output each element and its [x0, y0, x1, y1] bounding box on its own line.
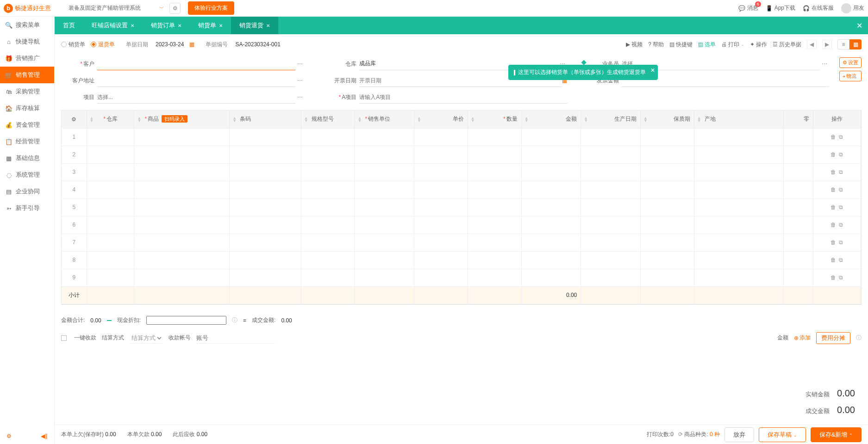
- question-icon[interactable]: ⓘ: [232, 316, 237, 324]
- tab-sales-order[interactable]: 销货订单✕: [143, 17, 190, 34]
- col-warehouse[interactable]: ▲▼*仓库: [87, 111, 134, 128]
- col-prod-date[interactable]: ▲▼生产日期: [581, 111, 641, 128]
- prev-doc-button[interactable]: ◀: [807, 40, 817, 49]
- sidebar-item-finance[interactable]: 💰资金管理: [0, 117, 54, 133]
- video-button[interactable]: ▶视频: [626, 41, 643, 49]
- col-settings[interactable]: ⚙: [62, 111, 87, 128]
- col-product[interactable]: ▲▼*商品扫码录入: [134, 111, 230, 128]
- logistics-side-button[interactable]: +物流: [839, 71, 862, 81]
- table-row[interactable]: 6🗑⧉: [62, 216, 861, 234]
- delete-icon[interactable]: 🗑: [831, 169, 836, 175]
- project-input[interactable]: [97, 91, 295, 104]
- table-row[interactable]: 4🗑⧉: [62, 181, 861, 198]
- col-shelf[interactable]: ▲▼保质期: [640, 111, 694, 128]
- delete-icon[interactable]: 🗑: [831, 134, 836, 140]
- table-row[interactable]: 7🗑⧉: [62, 234, 861, 251]
- system-dropdown[interactable]: 装备及固定资产辅助管理系统 ﹀: [69, 4, 164, 12]
- close-all-icon[interactable]: ✕: [851, 21, 868, 30]
- save-draft-button[interactable]: 保存草稿 ⌄: [759, 427, 806, 442]
- sidebar-item-sales[interactable]: 🛒销售管理: [0, 67, 54, 83]
- delete-icon[interactable]: 🗑: [831, 274, 836, 281]
- delete-icon[interactable]: 🗑: [831, 257, 836, 263]
- more-icon[interactable]: ⋯: [295, 94, 305, 100]
- copy-icon[interactable]: ⧉: [839, 274, 843, 281]
- refresh-icon[interactable]: ⟳: [678, 431, 683, 438]
- tab-sales-return[interactable]: 销货退货✕: [231, 17, 278, 34]
- tab-sales-slip[interactable]: 销货单✕: [190, 17, 231, 34]
- sidebar-item-purchase[interactable]: 🛍采购管理: [0, 83, 54, 100]
- cash-discount-input[interactable]: [146, 316, 226, 325]
- sidebar-item-marketing[interactable]: 🎁营销推广: [0, 50, 54, 67]
- online-service-link[interactable]: 🎧 在线客服: [803, 4, 834, 12]
- app-download-link[interactable]: 📱 App下载: [766, 4, 795, 12]
- copy-icon[interactable]: ⧉: [839, 151, 843, 158]
- next-doc-button[interactable]: ▶: [822, 40, 832, 49]
- col-zero[interactable]: 零: [783, 111, 813, 128]
- question-icon[interactable]: ⓘ: [856, 334, 862, 342]
- copy-icon[interactable]: ⧉: [839, 186, 843, 193]
- shortcut-button[interactable]: ▤快捷键: [669, 41, 693, 49]
- tab-home[interactable]: 首页: [55, 17, 83, 34]
- system-settings-button[interactable]: ⚙: [169, 3, 181, 14]
- fee-distribution-button[interactable]: 费用分摊: [816, 332, 850, 344]
- save-and-new-button[interactable]: 保存&新增 ⌃: [811, 427, 862, 442]
- copy-icon[interactable]: ⧉: [839, 204, 843, 210]
- select-doc-button[interactable]: ▤选单: [698, 41, 716, 49]
- sidebar-item-inventory[interactable]: 🏠库存核算: [0, 100, 54, 117]
- settings-icon[interactable]: ⚙: [6, 433, 12, 439]
- messages-link[interactable]: 💬 消息 6: [738, 4, 758, 12]
- user-menu[interactable]: 用友: [841, 3, 864, 13]
- sidebar-item-enterprise[interactable]: ▤企业协同: [0, 183, 54, 200]
- sidebar-item-guide[interactable]: ➳新手引导: [0, 200, 54, 216]
- radio-return[interactable]: 退货单: [91, 41, 115, 49]
- operate-button[interactable]: ✦操作: [750, 41, 767, 49]
- view-grid-button[interactable]: ▦: [849, 39, 862, 49]
- settle-method-select[interactable]: 结算方式: [130, 333, 163, 344]
- copy-icon[interactable]: ⧉: [839, 222, 843, 228]
- col-origin[interactable]: ▲▼产地: [694, 111, 783, 128]
- view-list-button[interactable]: ≡: [837, 39, 849, 49]
- delete-icon[interactable]: 🗑: [831, 239, 836, 246]
- abandon-button[interactable]: 放弃: [724, 427, 754, 442]
- table-row[interactable]: 9🗑⧉: [62, 269, 861, 286]
- sidebar-item-basedata[interactable]: ▦基础信息: [0, 150, 54, 166]
- table-row[interactable]: 2🗑⧉: [62, 146, 861, 163]
- settings-side-button[interactable]: ⚙设置: [839, 57, 862, 68]
- history-button[interactable]: ☲历史单据: [773, 41, 801, 49]
- cust-addr-input[interactable]: [97, 74, 295, 87]
- table-row[interactable]: 8🗑⧉: [62, 251, 861, 269]
- more-icon[interactable]: ⋯: [820, 61, 829, 67]
- copy-icon[interactable]: ⧉: [839, 257, 843, 263]
- close-icon[interactable]: ✕: [219, 23, 223, 28]
- delete-icon[interactable]: 🗑: [831, 204, 836, 210]
- sidebar-item-search[interactable]: 🔍搜索菜单: [0, 17, 54, 33]
- col-qty[interactable]: ▲▼*数量: [468, 111, 521, 128]
- one-click-checkbox[interactable]: [61, 335, 67, 341]
- doc-date[interactable]: 2023-03-24: [156, 41, 184, 48]
- delete-icon[interactable]: 🗑: [831, 151, 836, 158]
- print-button[interactable]: 🖨打印⌄: [721, 41, 744, 49]
- sidebar-item-operations[interactable]: 📋经营管理: [0, 133, 54, 150]
- table-row[interactable]: 5🗑⧉: [62, 198, 861, 216]
- radio-sales[interactable]: 销货单: [61, 41, 85, 49]
- more-icon[interactable]: ⋯: [295, 61, 305, 67]
- copy-icon[interactable]: ⧉: [839, 239, 843, 246]
- delete-icon[interactable]: 🗑: [831, 222, 836, 228]
- close-icon[interactable]: ✕: [131, 23, 134, 28]
- customer-input[interactable]: [97, 57, 295, 70]
- delete-icon[interactable]: 🗑: [831, 186, 836, 193]
- help-button[interactable]: ?帮助: [648, 41, 664, 49]
- col-spec[interactable]: ▲▼规格型号: [301, 111, 355, 128]
- table-row[interactable]: 1🗑⧉: [62, 128, 861, 146]
- add-payment-button[interactable]: ⊕添加: [794, 334, 811, 342]
- close-icon[interactable]: ✕: [266, 23, 270, 28]
- copy-icon[interactable]: ⧉: [839, 134, 843, 140]
- experience-button[interactable]: 体验行业方案: [188, 1, 234, 15]
- sidebar-item-system[interactable]: ◌系统管理: [0, 166, 54, 183]
- sidebar-item-quicknav[interactable]: ⌂快捷导航: [0, 33, 54, 50]
- close-icon[interactable]: ✕: [178, 23, 181, 28]
- col-sale-unit[interactable]: ▲▼*销售单位: [355, 111, 414, 128]
- more-icon[interactable]: ⋯: [295, 77, 305, 84]
- col-price[interactable]: ▲▼单价: [414, 111, 468, 128]
- close-icon[interactable]: ✕: [650, 67, 655, 74]
